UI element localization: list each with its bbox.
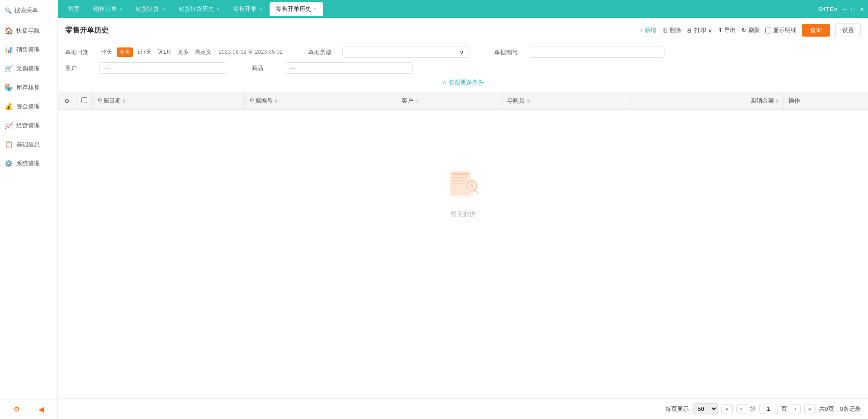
doc-type-arrow: ∨ xyxy=(460,49,464,56)
svg-rect-5 xyxy=(452,183,466,184)
doc-no-input[interactable] xyxy=(529,47,664,58)
sort-guide-icon: ⇅ xyxy=(526,99,530,104)
search-icon: 🔍 xyxy=(5,7,12,14)
close-btn[interactable]: ✕ xyxy=(859,6,864,13)
tab-label-sales-order: 销售订单 xyxy=(93,5,117,13)
settings-bottom-icon[interactable]: ⚙ xyxy=(14,405,20,414)
date-btn-today[interactable]: 今天 xyxy=(117,47,133,57)
print-button[interactable]: 🖨 打印 ∨ xyxy=(687,26,712,34)
tab-close-retail-open-history[interactable]: × xyxy=(314,6,317,12)
maximize-btn[interactable]: □ xyxy=(851,6,855,13)
base-info-icon: 📋 xyxy=(5,141,13,149)
tab-close-retail-open[interactable]: × xyxy=(259,6,262,12)
sidebar-item-sales-mgmt[interactable]: 📊 销售管理 xyxy=(0,40,57,59)
page-word-di: 第 xyxy=(750,405,756,413)
th-customer-label: 客户 xyxy=(402,97,413,104)
sidebar-item-inventory[interactable]: 🏪 库存核算 xyxy=(0,78,57,97)
show-detail-checkbox-label[interactable]: 显示明细 xyxy=(765,26,797,34)
show-detail-checkbox[interactable] xyxy=(765,28,771,33)
purchase-mgmt-label: 采购管理 xyxy=(16,65,40,73)
date-btn-1month[interactable]: 近1月 xyxy=(156,47,174,57)
page-number-input[interactable] xyxy=(759,404,778,414)
collapse-filter-btn[interactable]: ∧ 收起更多条件 xyxy=(65,78,861,86)
sidebar-search[interactable]: 🔍 搜索采单 xyxy=(0,0,57,21)
base-info-label: 基础信息 xyxy=(16,141,40,149)
goods-input[interactable]: ··· xyxy=(286,62,413,74)
date-range-display: 2023-06-02 至 2023-06-02 xyxy=(218,48,282,56)
quick-nav-icon: 🏠 xyxy=(5,27,13,35)
table-area: ⚙ 单据日期⇅ 单据编号⇅ 客户⇅ 导购员⇅ 实销金额⇅ 操作 xyxy=(58,92,868,398)
sort-no-icon: ⇅ xyxy=(274,99,278,104)
page-title: 零售开单历史 xyxy=(65,26,109,35)
empty-state: 暂无数据 xyxy=(58,110,868,268)
tab-sales-return-history[interactable]: 销货退货历史× xyxy=(172,2,226,16)
collapse-sidebar-icon[interactable]: ◀ xyxy=(38,405,44,414)
query-button[interactable]: 查询 xyxy=(802,24,830,37)
date-btn-7days[interactable]: 近7天 xyxy=(136,47,153,57)
date-filter-buttons: 昨天 今天 近7天 近1月 更多 自定义 2023-06-02 至 2023-0… xyxy=(100,47,283,57)
pagination: 每页显示 50 20 100 200 « ‹ 第 页 › » 共0页，0条记录 xyxy=(58,398,868,419)
tab-label-sales-return: 销货退货 xyxy=(136,5,159,13)
customer-input[interactable]: ··· xyxy=(100,62,226,74)
svg-point-9 xyxy=(469,184,474,188)
tab-retail-open[interactable]: 零售开单× xyxy=(227,2,268,16)
export-button[interactable]: ⬆ 导出 xyxy=(718,26,736,34)
tab-close-sales-return[interactable]: × xyxy=(162,6,165,12)
sidebar-item-base-info[interactable]: 📋 基础信息 xyxy=(0,135,57,154)
last-page-btn[interactable]: » xyxy=(804,404,816,414)
th-customer[interactable]: 客户⇅ xyxy=(397,92,503,110)
tab-home[interactable]: 首页 xyxy=(62,2,86,16)
finance-icon: 💰 xyxy=(5,103,13,111)
tab-close-sales-return-history[interactable]: × xyxy=(217,6,219,12)
sales-mgmt-label: 销售管理 xyxy=(16,46,40,54)
sidebar-item-purchase-mgmt[interactable]: 🛒 采购管理 xyxy=(0,59,57,78)
refresh-button[interactable]: ↻ 刷新 xyxy=(741,26,760,34)
add-button[interactable]: + 新增 xyxy=(640,26,656,34)
empty-icon xyxy=(441,160,486,205)
page-size-label: 每页显示 xyxy=(665,405,689,413)
th-guide[interactable]: 导购员⇅ xyxy=(503,92,631,110)
th-amount[interactable]: 实销金额⇅ xyxy=(631,92,783,110)
date-btn-yesterday[interactable]: 昨天 xyxy=(100,47,114,57)
operations-label: 经营管理 xyxy=(16,122,40,130)
delete-button[interactable]: 🗑 删除 xyxy=(662,26,682,34)
print-arrow: ∨ xyxy=(708,27,712,34)
filter-row-1: 单据日期 昨天 今天 近7天 近1月 更多 自定义 2023-06-02 至 2… xyxy=(65,47,861,58)
th-amount-label: 实销金额 xyxy=(750,97,774,104)
tab-retail-open-history[interactable]: 零售开单历史× xyxy=(270,2,323,16)
date-btn-more[interactable]: 更多 xyxy=(176,47,190,57)
sidebar-item-quick-nav[interactable]: 🏠 快捷导航 xyxy=(0,21,57,40)
prev-page-btn[interactable]: ‹ xyxy=(736,404,746,414)
tab-close-sales-order[interactable]: × xyxy=(119,6,122,12)
brand-label: OfTEn xyxy=(818,6,838,13)
sort-customer-icon: ⇅ xyxy=(415,99,418,104)
goods-filter-label: 商品 xyxy=(251,64,279,72)
first-page-btn[interactable]: « xyxy=(721,404,733,414)
th-no[interactable]: 单据编号⇅ xyxy=(245,92,397,110)
finance-label: 资金管理 xyxy=(16,103,40,111)
sidebar-item-sys-mgmt[interactable]: ⚙️ 系统管理 xyxy=(0,154,57,173)
sidebar-item-operations[interactable]: 📈 经营管理 xyxy=(0,116,57,135)
date-btn-custom[interactable]: 自定义 xyxy=(193,47,213,57)
th-date[interactable]: 单据日期⇅ xyxy=(92,92,245,110)
minimize-btn[interactable]: ─ xyxy=(843,6,847,13)
setting-button[interactable]: 设置 xyxy=(835,24,861,37)
sidebar-item-finance[interactable]: 💰 资金管理 xyxy=(0,97,57,116)
doc-no-label: 单据编号 xyxy=(494,48,522,56)
page-header: 零售开单历史 + 新增 🗑 删除 🖨 打印 ∨ ⬆ 导出 ↻ 刷新 显示明细 查… xyxy=(58,18,868,41)
sys-mgmt-icon: ⚙️ xyxy=(5,160,13,168)
tab-sales-order[interactable]: 销售订单× xyxy=(87,2,128,16)
tab-sales-return[interactable]: 销货退货× xyxy=(129,2,171,16)
doc-type-select[interactable]: ∨ xyxy=(342,47,469,58)
tab-label-home: 首页 xyxy=(68,5,80,13)
select-all-checkbox[interactable] xyxy=(81,97,87,103)
top-tabs-bar: 首页销售订单×销货退货×销货退货历史×零售开单×零售开单历史× OfTEn ─ … xyxy=(58,0,868,18)
page-size-select[interactable]: 50 20 100 200 xyxy=(693,403,718,414)
sys-mgmt-label: 系统管理 xyxy=(16,160,40,168)
next-page-btn[interactable]: › xyxy=(791,404,801,414)
page-word: 页 xyxy=(781,405,787,413)
customer-placeholder: ··· xyxy=(104,65,109,71)
purchase-mgmt-icon: 🛒 xyxy=(5,65,13,73)
th-checkbox[interactable] xyxy=(76,92,92,110)
th-settings[interactable]: ⚙ xyxy=(58,92,76,110)
